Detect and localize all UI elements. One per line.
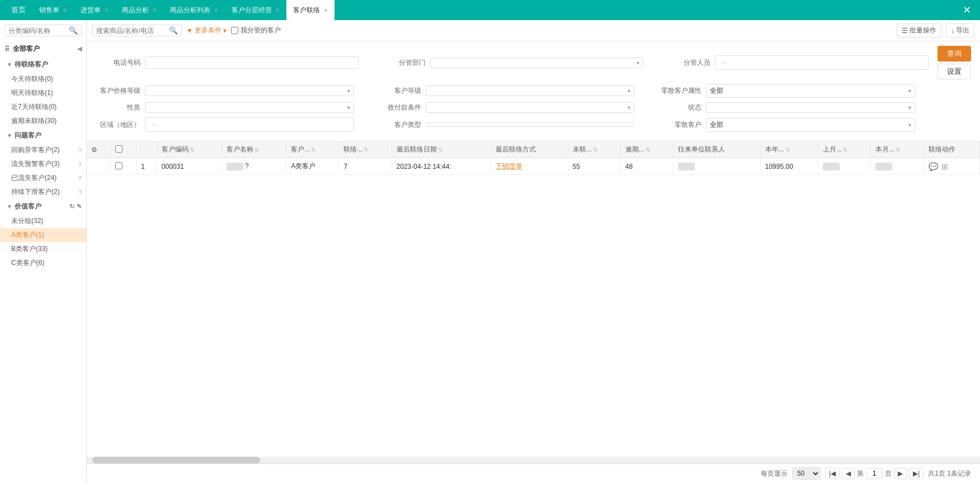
manager-more[interactable]: ··· (719, 58, 731, 68)
nav-home[interactable]: 首页 (4, 5, 32, 15)
col-last-date[interactable]: 最后联络日期⇅ (392, 141, 491, 158)
filter-search-icon[interactable]: 🔍 (169, 26, 178, 35)
table-header-row: ⚙ 客户编码⇅ 客户名称⇅ 客户...⇅ 联络...⇅ 最后联络日期⇅ 最后联络… (87, 141, 980, 158)
export-button[interactable]: ↓ 导出 (946, 23, 974, 37)
nav-tab-customer-mgr[interactable]: 客户分层经营 ✕ (225, 0, 286, 20)
problem-customers-group[interactable]: ▼ 问题客户 (0, 128, 86, 143)
sidebar-item-churned[interactable]: 已流失客户(24) ? (0, 171, 86, 185)
retail-prop-select[interactable]: 全部 ▾ (706, 84, 915, 98)
region-select[interactable]: ··· (145, 117, 354, 132)
more-conditions-button[interactable]: ▼ 更多条件 ▾ (186, 26, 227, 35)
nav-tab-purchase[interactable]: 进货单 ✕ (74, 0, 115, 20)
qr-icon[interactable]: ⊞ (941, 162, 948, 171)
sidebar-item-declining[interactable]: 持续下滑客户(2) ? (0, 185, 86, 199)
all-customers-header[interactable]: ⠿ 全部客户 ◀ (0, 41, 86, 57)
refresh-icon[interactable]: ↻ (69, 203, 74, 210)
query-button[interactable]: 查询 (937, 46, 971, 61)
col-name[interactable]: 客户名称⇅ (222, 141, 286, 158)
value-customers-group[interactable]: ▼ 价值客户 ↻ ✎ (0, 199, 86, 214)
next-page-button[interactable]: ▶ (894, 468, 907, 479)
close-tab-customer-contact[interactable]: ✕ (323, 7, 328, 13)
sidebar-search-icon[interactable]: 🔍 (69, 26, 78, 35)
col-settings[interactable]: ⚙ (87, 141, 110, 158)
page-input[interactable] (866, 468, 883, 479)
col-action: 联络动作 (924, 141, 979, 158)
close-tab-customer-mgr[interactable]: ✕ (275, 7, 280, 13)
region-more[interactable]: ··· (149, 120, 161, 130)
col-last-month[interactable]: 上月...⇅ (818, 141, 871, 158)
sidebar-item-class-c[interactable]: C类客户(6) (0, 256, 86, 270)
col-contact[interactable]: 联络...⇅ (339, 141, 392, 158)
customer-type-select[interactable] (426, 122, 635, 127)
customer-level-select[interactable]: ▾ (426, 86, 635, 96)
col-no-contact[interactable]: 未联...⇅ (568, 141, 620, 158)
help-icon-4[interactable]: ? (78, 189, 82, 196)
batch-op-button[interactable]: ☰ 批量操作 (897, 23, 941, 37)
sidebar-search-input[interactable] (8, 27, 69, 35)
my-customers-checkbox[interactable] (231, 27, 238, 34)
sidebar-item-class-b[interactable]: B类客户(33) (0, 242, 86, 256)
nav-tab-sales[interactable]: 销售单 ✕ (32, 0, 74, 20)
status-select[interactable]: ▾ (706, 102, 915, 113)
pending-contact-group[interactable]: ▼ 待联络客户 (0, 57, 86, 72)
filter-row-2: 客户价格等级 ▾ 客户等级 ▾ 零散客户属性 (96, 84, 971, 98)
filter-search-input[interactable] (96, 27, 169, 35)
help-icon-3[interactable]: ? (78, 175, 82, 182)
horizontal-scrollbar[interactable] (87, 457, 980, 463)
price-level-label: 客户价格等级 (96, 86, 140, 96)
nav-tab-analysis-list[interactable]: 商品分析列表 ✕ (163, 0, 225, 20)
help-icon-1[interactable]: ? (78, 147, 82, 154)
sort-icon-last-date: ⇅ (438, 146, 442, 153)
nav-tab-analysis[interactable]: 商品分析 ✕ (115, 0, 163, 20)
manager-select[interactable]: ··· (715, 55, 929, 70)
payment-select[interactable]: ▾ (426, 102, 635, 113)
price-level-select[interactable]: ▾ (145, 86, 354, 96)
customer-level-chevron: ▾ (628, 88, 630, 94)
select-all-checkbox[interactable] (115, 145, 123, 153)
close-tab-purchase[interactable]: ✕ (104, 7, 109, 13)
sort-icon-code: ⇅ (190, 146, 194, 153)
cell-no-contact: 55 (568, 158, 620, 175)
help-icon-2[interactable]: ? (78, 161, 82, 168)
sidebar-item-overdue-contact[interactable]: 逾期未联络(30) (0, 114, 86, 128)
filter-phone: 电话号码 (96, 56, 359, 69)
customer-level-label: 客户等级 (376, 86, 421, 96)
collapse-icon[interactable]: ◀ (77, 45, 82, 53)
sidebar-item-today-contact[interactable]: 今天待联络(0) (0, 72, 86, 86)
row-checkbox[interactable] (115, 162, 123, 169)
nav-tab-customer-contact[interactable]: 客户联络 ✕ (286, 0, 334, 20)
phone-input[interactable] (145, 56, 359, 69)
first-page-button[interactable]: |◀ (825, 468, 840, 479)
col-overdue[interactable]: 逾期...⇅ (620, 141, 673, 158)
last-method-link[interactable]: 下销货单 (496, 162, 522, 170)
sort-icon-this-year: ⇅ (785, 146, 790, 153)
edit-icon[interactable]: ✎ (77, 203, 82, 210)
sidebar-item-class-a[interactable]: A类客户(1) (0, 228, 86, 242)
sidebar-item-churn-warning[interactable]: 流失预警客户(3) ? (0, 157, 86, 171)
sidebar-item-ungrouped[interactable]: 未分组(32) (0, 214, 86, 228)
cell-last-month (818, 158, 871, 175)
close-tab-sales[interactable]: ✕ (63, 7, 67, 13)
nature-select[interactable]: ▾ (145, 102, 354, 113)
settings-button[interactable]: 设置 (937, 64, 971, 79)
sidebar-item-repurchase-abnormal[interactable]: 回购异常客户(2) ? (0, 143, 86, 157)
last-page-button[interactable]: ▶| (909, 468, 924, 479)
close-tab-analysis-list[interactable]: ✕ (214, 7, 218, 13)
prev-page-button[interactable]: ◀ (842, 468, 855, 479)
cell-num: 1 (136, 158, 157, 175)
col-category[interactable]: 客户...⇅ (286, 141, 339, 158)
content-area: 🔍 ▼ 更多条件 ▾ 我分管的客户 ☰ 批量操作 ↓ 导出 (87, 20, 980, 483)
close-tab-analysis[interactable]: ✕ (152, 7, 157, 13)
scrollbar-thumb[interactable] (92, 457, 260, 463)
page-size-select[interactable]: 50 10 20 100 (792, 467, 821, 480)
sidebar-item-tomorrow-contact[interactable]: 明天待联络(1) (0, 86, 86, 100)
retail-customer-select[interactable]: 全部 ▾ (706, 118, 915, 132)
col-this-year[interactable]: 本年...⇅ (760, 141, 818, 158)
dept-chevron: ▾ (637, 60, 639, 66)
dept-select[interactable]: ▾ (430, 58, 644, 68)
window-close-button[interactable]: ✕ (958, 4, 976, 16)
col-this-month[interactable]: 本月...⇅ (871, 141, 924, 158)
sidebar-item-7day-contact[interactable]: 近7天待联络(0) (0, 100, 86, 114)
col-code[interactable]: 客户编码⇅ (157, 141, 222, 158)
message-icon[interactable]: 💬 (929, 162, 938, 171)
